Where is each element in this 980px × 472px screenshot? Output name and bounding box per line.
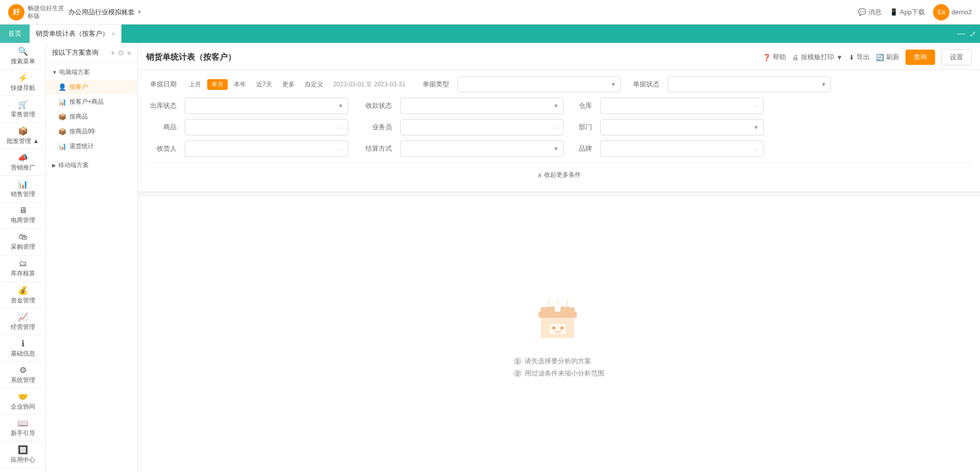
- svg-rect-3: [538, 312, 577, 318]
- scheme-by-goods99[interactable]: 📦 按商品99: [46, 124, 137, 139]
- tab-maximize-icon[interactable]: ⤢: [969, 29, 976, 39]
- date-tab-7days[interactable]: 近7天: [252, 79, 276, 90]
- warehouse-select[interactable]: ···: [600, 98, 764, 114]
- app-download-button[interactable]: 📱 App下载: [890, 8, 925, 17]
- expand-icon: ▲: [33, 137, 39, 145]
- logo-icon: 好: [8, 4, 24, 20]
- empty-tip-1: 1 请先选择要分析的方案: [513, 357, 604, 366]
- sidebar-item-ecommerce[interactable]: 🖥 电商管理: [0, 202, 45, 229]
- sidebar-item-inventory[interactable]: 🗂 库存核算: [0, 255, 45, 282]
- goods-select[interactable]: ···: [185, 119, 348, 135]
- settlement-select[interactable]: ▼: [400, 140, 564, 157]
- stock-status-select[interactable]: ▼: [185, 98, 348, 114]
- search-icon: 🔍: [18, 46, 28, 56]
- payment-status-select[interactable]: ▼: [400, 98, 564, 114]
- tab-minimize-icon[interactable]: —: [957, 29, 965, 38]
- filter-row-1: 单据日期 上月 本月 本年 近7天 更多 自定义 2023-03-01 至 20…: [146, 76, 972, 92]
- sidebar-item-wholesale[interactable]: 📦 批发管理 ▲: [0, 123, 45, 149]
- tab-close-icon[interactable]: ×: [112, 31, 115, 37]
- sidebar-item-retail[interactable]: 🛒 零售管理: [0, 96, 45, 123]
- logo-area: 好 畅捷信好生意 标版: [8, 4, 64, 20]
- desktop-scheme-header[interactable]: ▼ 电脑端方案: [46, 65, 137, 80]
- customer-goods-icon: 📊: [58, 98, 66, 106]
- order-type-arrow-icon: ▼: [610, 81, 616, 87]
- sidebar-item-wechat[interactable]: 💬 企业微信: [0, 468, 45, 472]
- message-button[interactable]: 💬 消息: [858, 8, 881, 17]
- sidebar-item-sales[interactable]: 📊 销售管理: [0, 176, 45, 202]
- main-layout: 🔍 搜索菜单 ⚡ 快捷导航 🛒 零售管理 📦 批发管理 ▲ 📣 营销推广 📊 销…: [0, 43, 980, 472]
- query-button[interactable]: 查询: [905, 50, 935, 65]
- sidebar-item-purchase[interactable]: 🛍 采购管理: [0, 229, 45, 255]
- print-button[interactable]: 🖨 按模板打印 ▼: [792, 53, 843, 62]
- department-select[interactable]: ▼: [600, 119, 764, 135]
- mobile-scheme-header[interactable]: ▶ 移动端方案: [46, 158, 137, 173]
- scheme-by-customer-goods[interactable]: 📊 按客户+商品: [46, 95, 137, 109]
- salesperson-select[interactable]: ···: [400, 119, 564, 135]
- scheme-by-goods[interactable]: 📦 按商品: [46, 109, 137, 124]
- date-tab-more[interactable]: 更多: [278, 79, 299, 90]
- date-label: 单据日期: [146, 80, 177, 89]
- sidebar-item-quicknav[interactable]: ⚡ 快捷导航: [0, 69, 45, 96]
- brand-dots-icon: ···: [753, 145, 759, 153]
- empty-svg-illustration: [533, 292, 584, 343]
- add-scheme-button[interactable]: +: [111, 49, 115, 57]
- order-type-label: 单据类型: [413, 80, 449, 89]
- help-button[interactable]: ❓ 帮助: [763, 53, 786, 62]
- left-panel-header: 按以下方案查询 + ⊙ «: [46, 43, 137, 63]
- date-tab-thismonth[interactable]: 本月: [207, 79, 228, 90]
- filter-area: 单据日期 上月 本月 本年 近7天 更多 自定义 2023-03-01 至 20…: [138, 70, 980, 192]
- receiver-dots-icon: ···: [338, 145, 344, 153]
- quicknav-icon: ⚡: [18, 73, 28, 83]
- export-button[interactable]: ⬇ 导出: [849, 53, 870, 62]
- logo-text: 畅捷信好生意 标版: [28, 5, 64, 19]
- payment-status-arrow-icon: ▼: [553, 103, 559, 109]
- scheme-return-stats[interactable]: 📊 退货统计: [46, 139, 137, 154]
- date-tab-thisyear[interactable]: 本年: [230, 79, 250, 90]
- receiver-select[interactable]: ···: [185, 140, 348, 157]
- return-stats-icon: 📊: [58, 143, 66, 150]
- content-area: 销货单统计表（按客户） ❓ 帮助 🖨 按模板打印 ▼ ⬇ 导出 🔄 刷新: [138, 43, 980, 472]
- finance-icon: 💰: [18, 286, 28, 295]
- user-profile[interactable]: Ea demo2: [933, 4, 972, 20]
- sidebar-item-guide[interactable]: 📖 新手引导: [0, 415, 45, 441]
- basicinfo-icon: ℹ: [21, 339, 24, 348]
- sidebar-item-system[interactable]: ⚙ 系统管理: [0, 362, 45, 388]
- setting-button[interactable]: 设置: [941, 49, 972, 65]
- scheme-by-customer[interactable]: 👤 按客户: [46, 80, 137, 95]
- sidebar-item-appcenter[interactable]: 🔲 应用中心: [0, 441, 45, 468]
- order-status-arrow-icon: ▼: [821, 81, 826, 87]
- salesperson-label: 业务员: [356, 123, 392, 132]
- tab-right-actions: — ⤢: [957, 29, 980, 39]
- sidebar-item-operations[interactable]: 📈 经营管理: [0, 309, 45, 335]
- tab-active[interactable]: 销货单统计表（按客户） ×: [30, 25, 121, 43]
- collapse-button[interactable]: ∧ 收起更多条件: [537, 168, 581, 182]
- sidebar-item-marketing[interactable]: 📣 营销推广: [0, 149, 45, 176]
- brand-select[interactable]: ···: [600, 140, 764, 157]
- sidebar-item-collab[interactable]: 🤝 企业协同: [0, 388, 45, 415]
- operations-icon: 📈: [18, 312, 28, 322]
- scheme-settings-icon[interactable]: ⊙: [118, 49, 124, 57]
- filter-row-3: 商品 ··· 业务员 ··· 部门 ▼: [146, 119, 972, 135]
- wholesale-icon: 📦: [18, 126, 28, 136]
- tab-home[interactable]: 首页: [0, 25, 30, 43]
- app-selector[interactable]: 办公用品行业模拟账套 ▼: [68, 8, 142, 17]
- refresh-button[interactable]: 🔄 刷新: [876, 53, 899, 62]
- tip-num-2: 2: [513, 369, 522, 377]
- sidebar-item-search[interactable]: 🔍 搜索菜单: [0, 43, 45, 69]
- collapse-panel-icon[interactable]: «: [127, 49, 131, 57]
- sidebar-item-basicinfo[interactable]: ℹ 基础信息: [0, 335, 45, 362]
- top-header: 好 畅捷信好生意 标版 办公用品行业模拟账套 ▼ 💬 消息 📱 App下载 Ea…: [0, 0, 980, 25]
- brand-label: 品牌: [572, 144, 592, 153]
- settlement-arrow-icon: ▼: [553, 146, 559, 152]
- goods-label: 商品: [146, 123, 177, 132]
- order-type-select[interactable]: ▼: [457, 76, 621, 92]
- date-tab-lastmonth[interactable]: 上月: [185, 79, 205, 90]
- stock-status-label: 出库状态: [146, 101, 177, 110]
- sidebar-item-finance[interactable]: 💰 资金管理: [0, 282, 45, 309]
- section-arrow-icon: ▼: [52, 69, 57, 75]
- department-arrow-icon: ▼: [753, 124, 759, 130]
- tab-bar: 首页 销货单统计表（按客户） × — ⤢: [0, 25, 980, 43]
- date-tab-custom[interactable]: 自定义: [301, 79, 327, 90]
- header-right: 💬 消息 📱 App下载 Ea demo2: [858, 4, 972, 20]
- order-status-select[interactable]: ▼: [668, 76, 831, 92]
